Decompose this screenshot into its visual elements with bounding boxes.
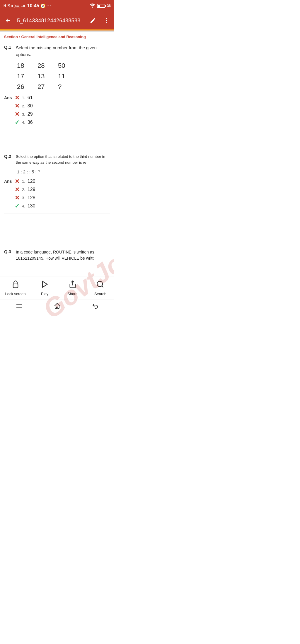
q2-opt1-val: 120	[28, 179, 35, 184]
nav-play[interactable]: Play	[36, 280, 54, 296]
android-back-button[interactable]	[89, 300, 101, 314]
q2-opt3-num: 3.	[22, 196, 25, 200]
search-label: Search	[94, 292, 106, 296]
q1-options: ✕ 1. 61 ✕ 2. 30 ✕ 3. 29 ✓ 4. 36	[15, 95, 33, 125]
q2-opt2-num: 2.	[22, 187, 25, 192]
q1-number: Q.1	[4, 45, 13, 50]
q2-ratio: 1 : 2 : : 5 : ?	[17, 169, 110, 174]
play-label: Play	[41, 292, 48, 296]
grid-r2c2: 13	[38, 72, 55, 80]
q1-opt3-num: 3.	[22, 112, 25, 116]
cross-icon-1: ✕	[15, 95, 20, 101]
time-display: 10:45	[27, 3, 39, 9]
q2-options: ✕ 1. 120 ✕ 2. 129 ✕ 3. 128 ✓ 4. 130	[15, 178, 35, 209]
grid-r1c3: 50	[58, 62, 76, 70]
svg-point-2	[106, 22, 107, 23]
nav-share[interactable]: Share	[64, 280, 81, 296]
document-title: 5_61433481244264385­83	[17, 18, 84, 24]
section-name: General Intelligence and Reasoning	[21, 35, 86, 39]
wifi-icon	[90, 4, 95, 9]
svg-point-1	[106, 20, 107, 21]
q1-answers: Ans ✕ 1. 61 ✕ 2. 30 ✕ 3. 29 ✓	[4, 95, 110, 125]
q2-option-4: ✓ 4. 130	[15, 203, 35, 209]
question-3-header: Q.3 In a code language, ROUTINE is writt…	[4, 249, 110, 261]
watermark-spacer-2	[4, 220, 110, 249]
question-1-header: Q.1 Select the missing number from the g…	[4, 45, 110, 58]
battery-percent: 36	[107, 4, 111, 8]
q1-option-4: ✓ 4. 36	[15, 119, 33, 125]
cross-icon-q2-2: ✕	[15, 187, 20, 192]
share-icon	[69, 280, 77, 290]
signal-h: R..ll	[8, 4, 13, 8]
q2-opt1-num: 1.	[22, 179, 25, 184]
q1-opt3-val: 29	[28, 111, 33, 117]
cross-icon-2: ✕	[15, 103, 20, 109]
svg-point-6	[97, 281, 103, 287]
q2-option-3: ✕ 3. 128	[15, 195, 35, 201]
grid-r1c1: 18	[17, 62, 35, 70]
status-carrier: H R..ll 4G ..ll 10:45 🧭 ···	[4, 3, 52, 9]
q2-opt3-val: 128	[28, 195, 35, 200]
nav-search[interactable]: Search	[91, 280, 109, 296]
app-bar-actions	[88, 16, 111, 25]
more-options-button[interactable]	[102, 16, 111, 25]
section-prefix: Section :	[4, 35, 21, 39]
watermark-spacer	[4, 136, 110, 154]
q1-option-1: ✕ 1. 61	[15, 95, 33, 101]
q2-opt4-val: 130	[28, 203, 35, 209]
q1-option-2: ✕ 2. 30	[15, 103, 33, 109]
q1-text: Select the missing number from the given…	[16, 45, 110, 58]
check-icon-q2: ✓	[15, 203, 20, 209]
compass-icon: 🧭	[40, 4, 45, 8]
check-icon-1: ✓	[15, 119, 20, 125]
grid-r3c3: ?	[58, 83, 76, 91]
q2-opt4-num: 4.	[22, 204, 25, 208]
grid-r3c1: 26	[17, 83, 35, 91]
main-content: Section : General Intelligence and Reaso…	[0, 32, 114, 270]
q3-text: In a code language, ROUTINE is written a…	[16, 249, 110, 261]
question-2-block: Q.2 Select the option that is related to…	[4, 154, 110, 214]
nav-lock-screen[interactable]: Lock screen	[5, 280, 25, 296]
q2-answers: Ans ✕ 1. 120 ✕ 2. 129 ✕ 3. 128	[4, 178, 110, 209]
battery-icon	[97, 4, 105, 8]
q2-opt2-val: 129	[28, 187, 35, 192]
back-button[interactable]	[4, 16, 12, 25]
svg-point-0	[106, 18, 107, 19]
bottom-navigation: Lock screen Play Share Search	[0, 276, 114, 300]
dots-menu: ···	[47, 4, 52, 8]
question-3-block: Q.3 In a code language, ROUTINE is writt…	[4, 249, 110, 270]
lock-screen-icon	[11, 280, 20, 290]
grid-r1c2: 28	[38, 62, 55, 70]
app-bar: 5_61433481244264385­83	[0, 12, 114, 29]
q1-opt2-num: 2.	[22, 104, 25, 108]
grid-r2c1: 17	[17, 72, 35, 80]
q2-option-2: ✕ 2. 129	[15, 187, 35, 192]
play-icon	[41, 280, 49, 290]
q1-opt4-val: 36	[28, 120, 33, 125]
q2-text: Select the option that is related to the…	[16, 154, 110, 165]
q1-option-3: ✕ 3. 29	[15, 111, 33, 117]
question-2-header: Q.2 Select the option that is related to…	[4, 154, 110, 165]
question-1-block: Q.1 Select the missing number from the g…	[4, 45, 110, 130]
cross-icon-3: ✕	[15, 111, 20, 117]
q1-opt2-val: 30	[28, 103, 33, 109]
android-nav-bar	[0, 300, 114, 315]
q1-grid: 18 28 50 17 13 11 26 27 ?	[17, 62, 110, 91]
svg-rect-3	[13, 284, 18, 288]
edit-button[interactable]	[88, 16, 97, 25]
q1-opt1-val: 61	[28, 95, 33, 100]
cross-icon-q2-3: ✕	[15, 195, 20, 201]
q3-number: Q.3	[4, 249, 13, 254]
android-home-button[interactable]	[51, 300, 63, 314]
lock-screen-label: Lock screen	[5, 292, 25, 296]
android-menu-button[interactable]	[13, 300, 25, 314]
cross-icon-q2-1: ✕	[15, 178, 20, 184]
carrier-text: H	[4, 4, 6, 8]
q2-option-1: ✕ 1. 120	[15, 178, 35, 184]
svg-marker-4	[42, 281, 47, 287]
share-label: Share	[67, 292, 78, 296]
q2-number: Q.2	[4, 154, 13, 159]
grid-r2c3: 11	[58, 72, 76, 80]
section-label: Section : General Intelligence and Reaso…	[4, 35, 110, 41]
q1-opt1-num: 1.	[22, 96, 25, 100]
